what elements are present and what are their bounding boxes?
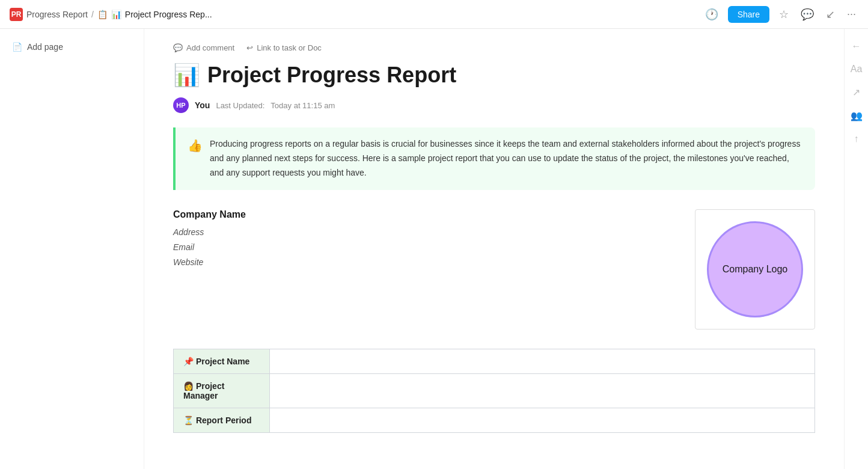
info-table: 📌 Project Name 👩 Project Manager ⏳ Repor… [173, 349, 815, 433]
company-info: Company Name Address Email Website [173, 209, 671, 271]
quote-emoji: 👍 [188, 138, 203, 180]
breadcrumb-separator: / [91, 10, 94, 19]
add-page-button[interactable]: 📄 Add page [7, 38, 136, 55]
meta-row: HP You Last Updated: Today at 11:15 am [173, 97, 815, 113]
main-content: 💬 Add comment ↩ Link to task or Doc 📊 Pr… [144, 29, 844, 469]
link-icon: ↩ [246, 43, 253, 52]
action-bar: 💬 Add comment ↩ Link to task or Doc [173, 43, 815, 52]
company-address[interactable]: Address [173, 225, 671, 240]
project-manager-label[interactable]: 👩 Project Manager [174, 373, 270, 408]
last-updated-value: Today at 11:15 am [270, 101, 335, 110]
project-name-value[interactable] [270, 349, 815, 373]
add-page-label: Add page [27, 42, 63, 52]
table-row: 📌 Project Name [174, 349, 815, 373]
logo-circle: Company Logo [707, 221, 803, 317]
last-updated-label: Last Updated: [216, 101, 264, 110]
person-icon: 👩 [183, 381, 194, 391]
collapse-icon[interactable]: ← [852, 41, 861, 52]
project-name-label[interactable]: 📌 Project Name [174, 349, 270, 373]
breadcrumb: PR Progress Report / 📋 📊 Project Progres… [10, 8, 703, 21]
topbar-actions: 🕐 Share ☆ 💬 ↙ ··· [703, 5, 858, 23]
hourglass-icon: ⏳ [183, 415, 194, 425]
link-to-task-action[interactable]: ↩ Link to task or Doc [246, 43, 322, 52]
page-title-row: 📊 Project Progress Report [173, 62, 815, 88]
star-icon[interactable]: ☆ [777, 5, 791, 23]
more-icon[interactable]: ··· [845, 5, 858, 23]
add-comment-label: Add comment [186, 43, 234, 52]
sidebar: 📄 Add page [0, 29, 144, 469]
company-website[interactable]: Website [173, 255, 671, 270]
share-button[interactable]: Share [728, 6, 769, 23]
project-manager-value[interactable] [270, 373, 815, 408]
bar-chart-icon: 📊 [111, 10, 121, 19]
comment-bubble-icon: 💬 [173, 43, 183, 52]
table-row: 👩 Project Manager [174, 373, 815, 408]
topbar: PR Progress Report / 📋 📊 Project Progres… [0, 0, 868, 29]
doc-icon: 📋 [97, 10, 108, 19]
page-title-icon: 📊 [173, 64, 200, 86]
font-size-icon[interactable]: Aa [851, 64, 863, 75]
report-period-value[interactable] [270, 408, 815, 432]
download-icon[interactable]: ↙ [824, 5, 837, 23]
report-period-label[interactable]: ⏳ Report Period [174, 408, 270, 432]
company-section: Company Name Address Email Website Compa… [173, 209, 815, 330]
right-toolbar: ← Aa ↗ 👥 ↑ [844, 29, 868, 469]
quote-block: 👍 Producing progress reports on a regula… [173, 127, 815, 189]
quote-text: Producing progress reports on a regular … [210, 137, 803, 180]
author-name: You [195, 100, 210, 110]
company-name[interactable]: Company Name [173, 209, 671, 220]
page-title[interactable]: Project Progress Report [207, 62, 456, 88]
breadcrumb-current-page: Project Progress Rep... [125, 10, 212, 19]
comment-icon[interactable]: 💬 [798, 5, 816, 23]
link-to-task-label: Link to task or Doc [257, 43, 322, 52]
share-toolbar-icon[interactable]: ↗ [852, 87, 860, 98]
add-comment-action[interactable]: 💬 Add comment [173, 43, 234, 52]
table-row: ⏳ Report Period [174, 408, 815, 432]
history-icon[interactable]: 🕐 [703, 5, 721, 23]
avatar: HP [173, 97, 189, 113]
export-icon[interactable]: ↑ [854, 133, 859, 144]
add-page-icon: 📄 [12, 42, 22, 52]
logo-text: Company Logo [723, 264, 788, 275]
breadcrumb-doc[interactable]: Progress Report [26, 10, 88, 19]
company-email[interactable]: Email [173, 240, 671, 255]
users-icon[interactable]: 👥 [851, 110, 863, 121]
logo-container: Company Logo [695, 209, 815, 330]
pin-icon: 📌 [183, 357, 194, 366]
app-icon: PR [10, 8, 23, 21]
